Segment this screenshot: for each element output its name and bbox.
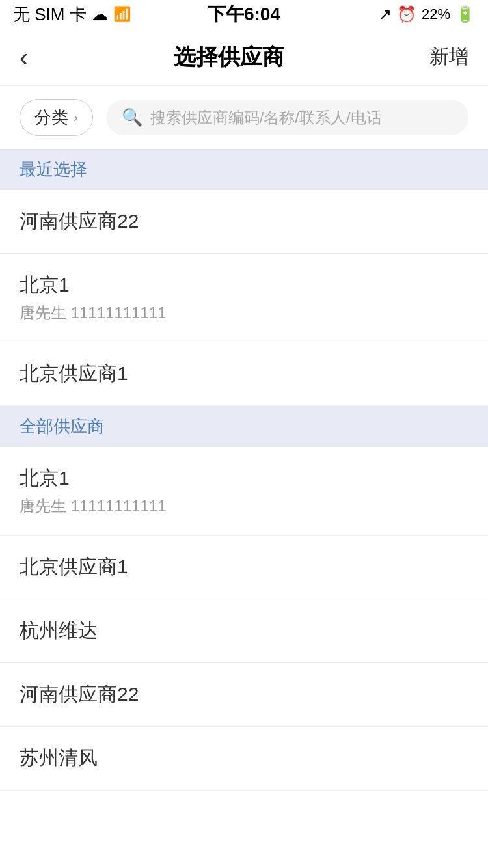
category-label: 分类 <box>34 106 68 129</box>
item-name: 北京1 <box>20 272 468 299</box>
item-detail: 唐先生 11111111111 <box>20 496 468 517</box>
item-name: 苏州清风 <box>20 745 468 772</box>
recent-section-header: 最近选择 <box>0 149 488 190</box>
item-name: 河南供应商22 <box>20 681 468 708</box>
search-input[interactable] <box>150 109 453 127</box>
battery-text: 22% <box>422 6 450 23</box>
search-box[interactable]: 🔍 <box>106 100 468 135</box>
all-section-header: 全部供应商 <box>0 406 488 447</box>
list-item[interactable]: 河南供应商22 <box>0 190 488 254</box>
list-item[interactable]: 杭州维达 <box>0 599 488 663</box>
filter-bar: 分类 › 🔍 <box>0 86 488 149</box>
list-item[interactable]: 北京1唐先生 11111111111 <box>0 447 488 536</box>
location-icon: ↗ <box>379 5 392 23</box>
add-button[interactable]: 新增 <box>429 44 468 70</box>
item-detail: 唐先生 11111111111 <box>20 303 468 323</box>
battery-icon: 🔋 <box>455 5 475 23</box>
list-item[interactable]: 北京供应商1 <box>0 342 488 406</box>
sim-text: 无 SIM 卡 ☁ <box>13 3 108 26</box>
recent-section-label: 最近选择 <box>20 159 87 179</box>
status-left: 无 SIM 卡 ☁ 📶 <box>13 3 131 26</box>
recent-list: 河南供应商22北京1唐先生 11111111111北京供应商1 <box>0 190 488 406</box>
back-button[interactable]: ‹ <box>20 44 28 70</box>
nav-bar: ‹ 选择供应商 新增 <box>0 29 488 86</box>
category-button[interactable]: 分类 › <box>20 99 93 136</box>
all-list: 北京1唐先生 11111111111北京供应商1杭州维达河南供应商22苏州清风 <box>0 447 488 791</box>
status-bar: 无 SIM 卡 ☁ 📶 下午6:04 ↗ ⏰ 22% 🔋 <box>0 0 488 29</box>
status-right: ↗ ⏰ 22% 🔋 <box>379 5 475 23</box>
item-name: 北京供应商1 <box>20 360 468 387</box>
item-name: 河南供应商22 <box>20 208 468 235</box>
alarm-icon: ⏰ <box>397 5 416 23</box>
list-item[interactable]: 河南供应商22 <box>0 663 488 727</box>
list-item[interactable]: 苏州清风 <box>0 727 488 791</box>
list-item[interactable]: 北京供应商1 <box>0 536 488 599</box>
item-name: 北京1 <box>20 465 468 492</box>
item-name: 杭州维达 <box>20 617 468 644</box>
page-title: 选择供应商 <box>174 42 284 72</box>
wifi-icon: 📶 <box>113 6 131 23</box>
item-name: 北京供应商1 <box>20 554 468 580</box>
status-time: 下午6:04 <box>208 2 280 27</box>
all-section-label: 全部供应商 <box>20 416 104 436</box>
search-icon: 🔍 <box>122 107 142 128</box>
list-item[interactable]: 北京1唐先生 11111111111 <box>0 254 488 342</box>
chevron-right-icon: › <box>74 110 78 125</box>
